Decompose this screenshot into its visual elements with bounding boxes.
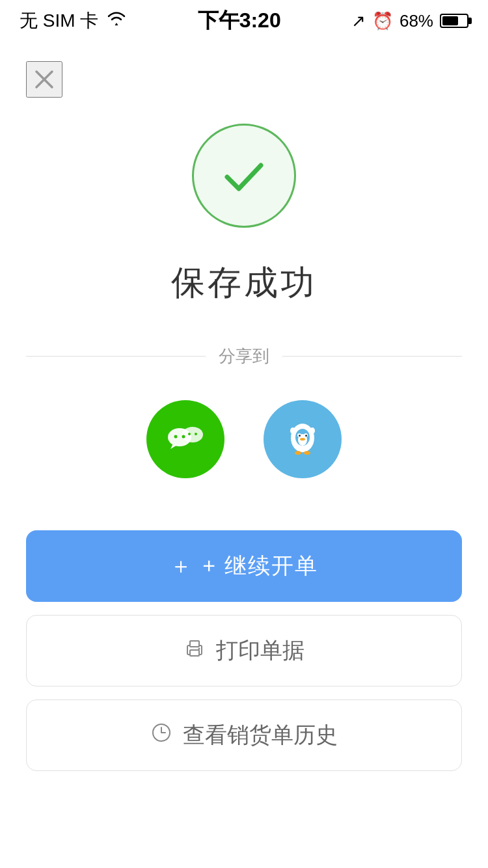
carrier-text: 无 SIM 卡 [20, 8, 98, 33]
success-icon-circle [192, 124, 296, 228]
svg-point-6 [188, 433, 191, 435]
svg-point-14 [299, 435, 301, 437]
svg-point-3 [182, 427, 203, 442]
status-right: ↗ ⏰ 68% [351, 11, 468, 31]
svg-point-16 [300, 438, 305, 441]
continue-order-label: + 继续开单 [202, 551, 318, 581]
svg-point-15 [305, 435, 307, 437]
share-divider: 分享到 [26, 345, 462, 368]
svg-point-17 [295, 451, 301, 455]
svg-point-4 [174, 435, 178, 439]
divider-line-right [282, 356, 462, 357]
svg-point-19 [290, 427, 295, 434]
history-icon [150, 722, 172, 749]
status-bar: 无 SIM 卡 下午3:20 ↗ ⏰ 68% [0, 0, 488, 42]
print-icon [183, 637, 206, 664]
alarm-icon: ⏰ [372, 11, 393, 31]
wechat-share-button[interactable] [146, 400, 224, 478]
main-content: 保存成功 分享到 [0, 111, 488, 868]
svg-point-18 [304, 451, 310, 455]
status-left: 无 SIM 卡 [20, 8, 127, 33]
svg-point-24 [198, 648, 200, 650]
print-button[interactable]: 打印单据 [26, 615, 462, 686]
svg-rect-23 [190, 650, 199, 656]
share-divider-label: 分享到 [219, 345, 269, 368]
plus-icon: ＋ [170, 551, 192, 581]
wifi-icon [106, 10, 127, 31]
location-icon: ↗ [351, 11, 366, 31]
print-label: 打印单据 [216, 636, 305, 666]
svg-point-7 [195, 433, 197, 435]
battery-icon [440, 14, 468, 28]
divider-line-left [26, 356, 206, 357]
action-buttons: ＋ + 继续开单 打印单据 查看销货单历 [26, 530, 462, 771]
qq-share-button[interactable] [264, 400, 342, 478]
share-icons-row [146, 400, 342, 478]
close-button[interactable] [26, 61, 62, 98]
battery-text: 68% [400, 11, 433, 31]
history-button[interactable]: 查看销货单历史 [26, 699, 462, 771]
close-area [0, 42, 488, 111]
status-time: 下午3:20 [198, 7, 281, 35]
history-label: 查看销货单历史 [183, 720, 338, 750]
svg-rect-22 [190, 641, 199, 647]
svg-point-5 [182, 435, 185, 439]
success-title: 保存成功 [171, 260, 317, 306]
svg-point-20 [310, 427, 315, 434]
continue-order-button[interactable]: ＋ + 继续开单 [26, 530, 462, 602]
